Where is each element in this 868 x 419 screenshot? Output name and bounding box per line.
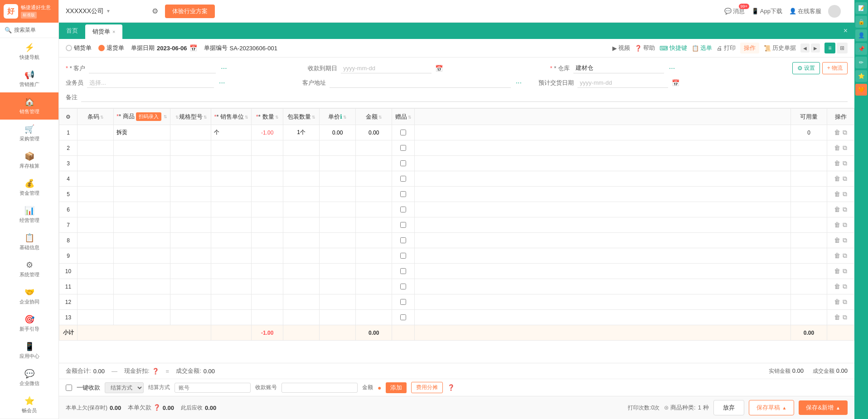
logistics-button[interactable]: + 物流 [822, 62, 848, 74]
fee-help-icon[interactable]: ❓ [447, 384, 455, 391]
row-delete-11[interactable]: 🗑 [834, 283, 840, 290]
row-spec-8[interactable] [170, 233, 211, 248]
row-barcode-7[interactable] [78, 217, 114, 233]
row-product-9[interactable] [114, 248, 170, 264]
sidebar-search[interactable]: 🔍 搜索菜单 [0, 23, 58, 38]
row-unit-11[interactable] [211, 279, 252, 294]
row-pack-6[interactable] [283, 202, 320, 217]
row-price-12[interactable] [320, 294, 356, 310]
row-gift-6[interactable] [392, 202, 415, 217]
shortcut-btn[interactable]: ⌨ 快捷键 [659, 44, 687, 52]
row-product-4[interactable] [114, 171, 170, 187]
row-copy-10[interactable]: ⧉ [843, 267, 847, 275]
th-settings[interactable]: ⚙ [59, 109, 78, 125]
row-amount-11[interactable] [356, 279, 392, 294]
row-delete-5[interactable]: 🗑 [834, 190, 840, 198]
row-barcode-3[interactable] [78, 156, 114, 171]
row-pack-11[interactable] [283, 279, 320, 294]
right-panel-btn-3[interactable]: 👤 [855, 29, 867, 41]
row-price-7[interactable] [320, 217, 356, 233]
row-delete-1[interactable]: 🗑 [834, 129, 840, 136]
row-spec-3[interactable] [170, 156, 211, 171]
row-qty-3[interactable] [252, 156, 283, 171]
row-copy-5[interactable]: ⧉ [843, 190, 847, 198]
company-selector[interactable]: XXXXXX公司 ▼ [66, 7, 147, 15]
row-price-2[interactable] [320, 140, 356, 156]
row-barcode-1[interactable] [78, 125, 114, 140]
row-qty-6[interactable] [252, 202, 283, 217]
print-btn[interactable]: 🖨 打印 [717, 44, 736, 52]
row-delete-2[interactable]: 🗑 [834, 144, 840, 152]
row-product-8[interactable] [114, 233, 170, 248]
row-copy-1[interactable]: ⧉ [843, 129, 847, 136]
radio-return[interactable]: 退货单 [98, 44, 124, 52]
payment-method-select[interactable]: 结算方式 [105, 382, 144, 393]
row-unit-7[interactable] [211, 217, 252, 233]
row-amount-2[interactable] [356, 140, 392, 156]
salesperson-dots-icon[interactable]: ··· [219, 79, 225, 87]
fee-split-btn[interactable]: 费用分摊 [411, 382, 443, 393]
row-pack-9[interactable] [283, 248, 320, 264]
choose-btn[interactable]: 📋 选单 [692, 44, 712, 52]
tab-home[interactable]: 首页 [59, 23, 85, 39]
avatar[interactable] [828, 5, 841, 18]
row-amount-1[interactable] [356, 125, 392, 140]
row-product-10[interactable] [114, 264, 170, 279]
customer-dots-icon[interactable]: ··· [221, 64, 227, 72]
row-unit-8[interactable] [211, 233, 252, 248]
row-spec-5[interactable] [170, 187, 211, 202]
row-qty-13[interactable] [252, 310, 283, 325]
row-copy-6[interactable]: ⧉ [843, 206, 847, 213]
row-qty-1[interactable] [252, 125, 283, 140]
warehouse-dots-icon[interactable]: ··· [669, 64, 675, 72]
row-amount-8[interactable] [356, 233, 392, 248]
row-gift-10[interactable] [392, 264, 415, 279]
discard-button[interactable]: 放弃 [713, 400, 744, 415]
help-btn[interactable]: ❓ 帮助 [635, 44, 655, 52]
row-qty-4[interactable] [252, 171, 283, 187]
settings-button[interactable]: ⚙ ⚙ 设置 设置 [792, 62, 820, 74]
sidebar-item-enterprise[interactable]: 🤝企业协同 [0, 283, 58, 310]
row-amount-7[interactable] [356, 217, 392, 233]
row-barcode-11[interactable] [78, 279, 114, 294]
row-price-6[interactable] [320, 202, 356, 217]
row-copy-4[interactable]: ⧉ [843, 175, 847, 183]
row-gift-2[interactable] [392, 140, 415, 156]
expected-delivery-calendar-icon[interactable]: 📅 [672, 79, 679, 87]
row-barcode-9[interactable] [78, 248, 114, 264]
row-copy-11[interactable]: ⧉ [843, 283, 847, 290]
row-price-4[interactable] [320, 171, 356, 187]
row-gift-3[interactable] [392, 156, 415, 171]
row-spec-9[interactable] [170, 248, 211, 264]
row-delete-13[interactable]: 🗑 [834, 313, 840, 321]
row-delete-3[interactable]: 🗑 [834, 159, 840, 167]
tab-close-icon[interactable]: × [112, 29, 115, 34]
row-copy-3[interactable]: ⧉ [843, 159, 847, 167]
row-delete-4[interactable]: 🗑 [834, 175, 840, 183]
row-delete-9[interactable]: 🗑 [834, 252, 840, 260]
add-payment-btn[interactable]: 添加 [386, 382, 407, 393]
row-gift-11[interactable] [392, 279, 415, 294]
row-spec-4[interactable] [170, 171, 211, 187]
service-btn[interactable]: 👤 在线客服 [789, 7, 821, 15]
row-amount-5[interactable] [356, 187, 392, 202]
row-pack-1[interactable] [283, 125, 320, 140]
row-barcode-2[interactable] [78, 140, 114, 156]
row-unit-6[interactable] [211, 202, 252, 217]
row-amount-3[interactable] [356, 156, 392, 171]
row-amount-13[interactable] [356, 310, 392, 325]
calendar-icon[interactable]: 📅 [189, 44, 197, 52]
row-price-11[interactable] [320, 279, 356, 294]
view-list-btn[interactable]: ≡ [824, 43, 835, 53]
right-panel-btn-orange[interactable]: 🧡 [855, 84, 867, 96]
sidebar-item-member[interactable]: ⭐畅会员 [0, 391, 58, 419]
row-pack-5[interactable] [283, 187, 320, 202]
row-product-12[interactable] [114, 294, 170, 310]
message-btn[interactable]: 💬 消息 99+ [724, 7, 745, 15]
row-delete-8[interactable]: 🗑 [834, 236, 840, 244]
row-amount-9[interactable] [356, 248, 392, 264]
row-pack-4[interactable] [283, 171, 320, 187]
add-icon[interactable]: ● [378, 384, 381, 391]
sidebar-item-inventory[interactable]: 📦库存核算 [0, 147, 58, 174]
row-spec-10[interactable] [170, 264, 211, 279]
